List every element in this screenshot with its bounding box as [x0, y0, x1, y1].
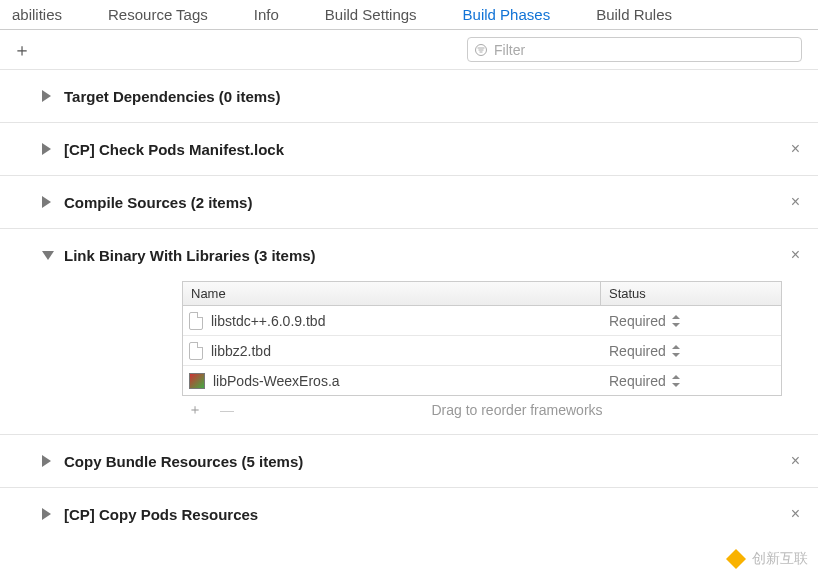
- remove-phase-button[interactable]: ×: [787, 448, 804, 474]
- tab-info[interactable]: Info: [248, 2, 285, 27]
- phase-title: [CP] Check Pods Manifest.lock: [64, 141, 284, 158]
- column-header-status[interactable]: Status: [601, 282, 781, 305]
- watermark: 创新互联: [726, 549, 808, 569]
- remove-phase-button[interactable]: ×: [787, 242, 804, 268]
- libraries-table: Name Status libstdc++.6.0.9.tbd Required…: [182, 281, 782, 396]
- table-row[interactable]: libbz2.tbd Required: [183, 336, 781, 366]
- chevron-right-icon: [42, 90, 51, 102]
- updown-icon: [670, 345, 680, 357]
- remove-phase-button[interactable]: ×: [787, 189, 804, 215]
- remove-library-button[interactable]: —: [220, 402, 234, 418]
- filter-input[interactable]: [494, 42, 795, 58]
- phase-link-binary: Link Binary With Libraries (3 items) × N…: [0, 229, 818, 435]
- tab-build-phases[interactable]: Build Phases: [457, 2, 557, 27]
- chevron-down-icon: [42, 251, 54, 260]
- table-footer: ＋ — Drag to reorder frameworks: [182, 396, 782, 424]
- status-selector[interactable]: Required: [601, 343, 781, 359]
- library-name: libPods-WeexEros.a: [213, 373, 340, 389]
- chevron-right-icon: [42, 455, 51, 467]
- watermark-logo-icon: [726, 549, 746, 569]
- build-phases-toolbar: ＋: [0, 30, 818, 70]
- chevron-right-icon: [42, 508, 51, 520]
- phase-target-dependencies: Target Dependencies (0 items): [0, 70, 818, 123]
- phase-copy-bundle-resources: Copy Bundle Resources (5 items) ×: [0, 435, 818, 488]
- phase-header-copy-bundle[interactable]: Copy Bundle Resources (5 items) ×: [0, 435, 818, 487]
- filter-icon: [474, 43, 488, 57]
- tab-resource-tags[interactable]: Resource Tags: [102, 2, 214, 27]
- watermark-text: 创新互联: [752, 550, 808, 568]
- phase-title: Compile Sources (2 items): [64, 194, 252, 211]
- updown-icon: [670, 375, 680, 387]
- file-icon: [189, 342, 203, 360]
- chevron-right-icon: [42, 143, 51, 155]
- tab-build-settings[interactable]: Build Settings: [319, 2, 423, 27]
- filter-field[interactable]: [467, 37, 802, 62]
- phase-header-compile-sources[interactable]: Compile Sources (2 items) ×: [0, 176, 818, 228]
- tab-build-rules[interactable]: Build Rules: [590, 2, 678, 27]
- file-icon: [189, 312, 203, 330]
- column-header-name[interactable]: Name: [183, 282, 601, 305]
- reorder-hint: Drag to reorder frameworks: [252, 402, 782, 418]
- phase-header-link-binary[interactable]: Link Binary With Libraries (3 items) ×: [0, 229, 818, 281]
- phase-copy-pods-resources: [CP] Copy Pods Resources ×: [0, 488, 818, 540]
- phase-header-copy-pods[interactable]: [CP] Copy Pods Resources ×: [0, 488, 818, 540]
- library-name: libbz2.tbd: [211, 343, 271, 359]
- table-row[interactable]: libstdc++.6.0.9.tbd Required: [183, 306, 781, 336]
- table-header: Name Status: [183, 282, 781, 306]
- library-icon: [189, 373, 205, 389]
- status-selector[interactable]: Required: [601, 373, 781, 389]
- status-selector[interactable]: Required: [601, 313, 781, 329]
- chevron-right-icon: [42, 196, 51, 208]
- add-library-button[interactable]: ＋: [188, 401, 202, 419]
- phase-title: Target Dependencies (0 items): [64, 88, 280, 105]
- editor-tabbar: abilities Resource Tags Info Build Setti…: [0, 0, 818, 30]
- phase-title: Copy Bundle Resources (5 items): [64, 453, 303, 470]
- phase-header-target-dependencies[interactable]: Target Dependencies (0 items): [0, 70, 818, 122]
- phase-title: [CP] Copy Pods Resources: [64, 506, 258, 523]
- library-name: libstdc++.6.0.9.tbd: [211, 313, 325, 329]
- phase-title: Link Binary With Libraries (3 items): [64, 247, 316, 264]
- add-phase-button[interactable]: ＋: [10, 38, 34, 62]
- remove-phase-button[interactable]: ×: [787, 136, 804, 162]
- phase-header-check-pods[interactable]: [CP] Check Pods Manifest.lock ×: [0, 123, 818, 175]
- table-row[interactable]: libPods-WeexEros.a Required: [183, 366, 781, 396]
- phase-compile-sources: Compile Sources (2 items) ×: [0, 176, 818, 229]
- remove-phase-button[interactable]: ×: [787, 501, 804, 527]
- tab-capabilities[interactable]: abilities: [6, 2, 68, 27]
- phase-check-pods-manifest: [CP] Check Pods Manifest.lock ×: [0, 123, 818, 176]
- updown-icon: [670, 315, 680, 327]
